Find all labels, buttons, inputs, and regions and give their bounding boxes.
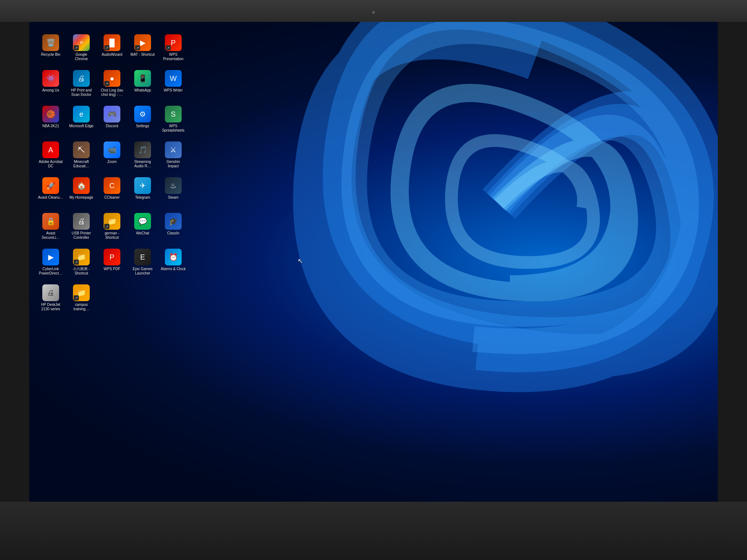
desktop-icon-epic-games[interactable]: E Epic Games Launcher	[128, 247, 157, 280]
desktop-icon-campus-training[interactable]: 📁 ↗ campus training…	[67, 283, 96, 316]
shortcut-arrow: ↗	[104, 81, 109, 86]
icon-image-recycle-bin: 🗑️	[42, 34, 59, 51]
icon-image-zoom: 📹	[104, 141, 120, 158]
shortcut-arrow: ↗	[135, 45, 140, 50]
desktop-icon-minecraft[interactable]: ⛏ Minecraft Educati…	[67, 140, 96, 173]
desktop-icon-german-shortcut[interactable]: 📁 ↗ german - Shortcut	[98, 211, 126, 244]
icon-image-telegram: ✈	[134, 177, 151, 194]
icon-label-chinese-shortcut: 小六两周 - Shortcut	[69, 267, 94, 276]
desktop-icon-discord[interactable]: 🎮 Discord	[98, 104, 126, 137]
desktop-icon-settings[interactable]: ⚙ Settings	[128, 104, 157, 137]
icon-label-usb-printer: USB Printer Controller	[69, 231, 94, 240]
desktop-icon-choi-ling[interactable]: ● ↗ Choi Ling (lau choi ling) - …	[98, 69, 126, 101]
icon-label-streaming-audio: Streaming Audio R…	[130, 160, 155, 168]
icon-image-my-homepage: 🏠	[73, 177, 90, 194]
desktop-icon-usb-printer[interactable]: 🖨 USB Printer Controller	[67, 211, 96, 244]
desktop-icon-wps-spreadsheets[interactable]: S WPS Spreadsheets	[159, 104, 187, 137]
icon-label-among-us: Among Us	[42, 88, 59, 93]
icon-label-steam: Steam	[168, 195, 179, 200]
icon-image-wps-pdf: P	[104, 249, 120, 265]
shortcut-arrow: ↗	[74, 260, 79, 265]
icon-image-cyberlink: ▶	[42, 249, 59, 265]
icon-label-microsoft-edge: Microsoft Edge	[69, 124, 94, 128]
icon-image-settings: ⚙	[134, 106, 151, 122]
icon-image-discord: 🎮	[104, 106, 120, 122]
shortcut-arrow: ↗	[166, 45, 171, 50]
desktop-icon-steam[interactable]: ♨ Steam	[159, 176, 187, 209]
desktop-icon-mat-shortcut[interactable]: ▶ ↗ MAT - Shortcut	[128, 33, 157, 66]
wallpaper-swirl	[262, 22, 718, 423]
desktop-icon-adobe-acrobat[interactable]: A Adobe Acrobat DC	[36, 140, 65, 173]
desktop-icon-telegram[interactable]: ✈ Telegram	[128, 176, 157, 209]
desktop-icon-chinese-shortcut[interactable]: 📁 ↗ 小六两周 - Shortcut	[67, 247, 96, 280]
desktop-icon-microsoft-edge[interactable]: e Microsoft Edge	[67, 104, 96, 137]
icon-image-minecraft: ⛏	[73, 141, 90, 158]
icon-label-zoom: Zoom	[107, 160, 117, 164]
icon-label-hp-scan: HP Print and Scan Doctor	[69, 88, 94, 97]
icon-label-my-homepage: My Homepage	[69, 195, 93, 200]
icon-label-google-chrome: Google Chrome	[69, 52, 94, 61]
desktop-icon-recycle-bin[interactable]: 🗑️ Recycle Bin	[36, 33, 65, 66]
shortcut-arrow: ↗	[74, 45, 79, 50]
desktop-icons-grid: 🗑️ Recycle Bin ⚬ ↗ Google Chrome ▐▌ ↗ Au…	[33, 29, 192, 319]
desktop-icon-wechat[interactable]: 💬 WeChat	[128, 211, 157, 244]
desktop-icon-wps-writer[interactable]: W WPS Writer	[159, 69, 187, 101]
icon-label-genshin-impact: Genshin Impact	[160, 160, 186, 168]
icon-image-adobe-acrobat: A	[42, 141, 59, 158]
icon-label-wps-writer: WPS Writer	[164, 88, 183, 93]
desktop-icon-among-us[interactable]: 👾 Among Us	[36, 69, 65, 101]
desktop-icon-wps-presentation[interactable]: P ↗ WPS Presentation	[159, 33, 187, 66]
icon-image-hp-scan: 🖨	[73, 70, 90, 87]
icon-image-among-us: 👾	[42, 70, 59, 87]
icon-label-avast-cleanup: Avast Cleanu…	[38, 195, 63, 200]
icon-label-adobe-acrobat: Adobe Acrobat DC	[38, 160, 63, 168]
icon-label-epic-games: Epic Games Launcher	[130, 267, 155, 276]
icon-image-nba-2k21: 🏀	[42, 106, 59, 122]
icon-label-mat-shortcut: MAT - Shortcut	[131, 52, 155, 57]
icon-image-steam: ♨	[165, 177, 182, 194]
icon-image-epic-games: E	[134, 249, 151, 265]
icon-label-wps-presentation: WPS Presentation	[160, 52, 186, 61]
icon-image-classin: 🎓	[165, 213, 182, 230]
icon-label-nba-2k21: NBA 2K21	[42, 124, 59, 128]
icon-image-google-chrome: ⚬ ↗	[73, 34, 90, 51]
desktop-icon-nba-2k21[interactable]: 🏀 NBA 2K21	[36, 104, 65, 137]
desktop-icon-avast-cleanup[interactable]: 🚀 Avast Cleanu…	[36, 176, 65, 209]
desktop-icon-alarms-clock[interactable]: ⏰ Alarms & Clock	[159, 247, 187, 280]
desktop-icon-streaming-audio[interactable]: 🎵 Streaming Audio R…	[128, 140, 157, 173]
icon-image-microsoft-edge: e	[73, 106, 90, 122]
icon-image-avast-secure: 🔒	[42, 213, 59, 230]
desktop-icon-classin[interactable]: 🎓 ClassIn	[159, 211, 187, 244]
desktop-icon-avast-secure[interactable]: 🔒 Avast SecureLi…	[36, 211, 65, 244]
laptop-screen: 🗑️ Recycle Bin ⚬ ↗ Google Chrome ▐▌ ↗ Au…	[29, 22, 718, 502]
icon-label-classin: ClassIn	[167, 231, 179, 236]
icon-label-campus-training: campus training…	[69, 303, 94, 311]
desktop-icon-whatsapp[interactable]: 📱 WhatsApp	[128, 69, 157, 101]
icon-label-wps-spreadsheets: WPS Spreadsheets	[160, 124, 186, 133]
desktop-icon-my-homepage[interactable]: 🏠 My Homepage	[67, 176, 96, 209]
icon-label-hp-deskjet: HP DeskJet 2130 series	[38, 303, 63, 311]
icon-image-genshin-impact: ⚔	[165, 141, 182, 158]
desktop-icon-zoom[interactable]: 📹 Zoom	[98, 140, 126, 173]
icon-image-wps-presentation: P ↗	[165, 34, 182, 51]
icon-label-settings: Settings	[136, 124, 149, 128]
desktop-icon-ccleaner[interactable]: C CCleaner	[98, 176, 126, 209]
desktop-icon-wps-pdf[interactable]: P WPS PDF	[98, 247, 126, 280]
desktop-icon-hp-scan[interactable]: 🖨 HP Print and Scan Doctor	[67, 69, 96, 101]
icon-label-minecraft: Minecraft Educati…	[69, 160, 94, 168]
icon-label-wechat: WeChat	[136, 231, 149, 236]
desktop-icon-audiowizard[interactable]: ▐▌ ↗ AudioWizard	[98, 33, 126, 66]
icon-image-german-shortcut: 📁 ↗	[104, 213, 120, 230]
icon-label-recycle-bin: Recycle Bin	[41, 52, 61, 57]
icon-label-ccleaner: CCleaner	[104, 195, 120, 200]
desktop-icon-hp-deskjet[interactable]: 🖨 HP DeskJet 2130 series	[36, 283, 65, 316]
desktop-icon-google-chrome[interactable]: ⚬ ↗ Google Chrome	[67, 33, 96, 66]
icon-label-cyberlink: CyberLink PowerDirect…	[38, 267, 63, 276]
icon-label-audiowizard: AudioWizard	[102, 52, 123, 57]
desktop-icon-cyberlink[interactable]: ▶ CyberLink PowerDirect…	[36, 247, 65, 280]
desktop-icon-genshin-impact[interactable]: ⚔ Genshin Impact	[159, 140, 187, 173]
icon-image-alarms-clock: ⏰	[165, 249, 182, 265]
icon-image-wechat: 💬	[134, 213, 151, 230]
icon-label-alarms-clock: Alarms & Clock	[161, 267, 186, 271]
icon-label-discord: Discord	[106, 124, 118, 128]
